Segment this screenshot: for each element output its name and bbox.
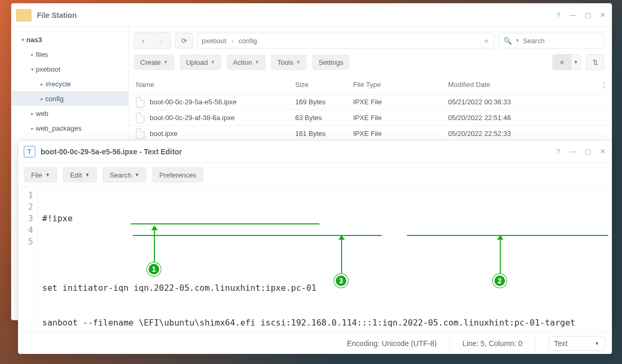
search-input[interactable] — [523, 37, 599, 45]
annotation-underline — [131, 223, 319, 224]
text-editor-titlebar: T boot-00-0c-29-5a-e5-56.ipxe - Text Edi… — [18, 141, 611, 163]
tree-root[interactable]: ▾ nas3 — [12, 32, 128, 47]
text-editor-icon: T — [24, 146, 35, 158]
file-station-titlebar: File Station ? — ▢ ✕ — [12, 4, 611, 27]
divider — [449, 337, 450, 350]
annotation-arrow — [500, 238, 501, 274]
status-encoding: Encoding: Unicode (UTF-8) — [347, 339, 436, 348]
tree-item-recycle[interactable]: ▸ #recycle — [12, 76, 128, 91]
tree-item-web[interactable]: ▸ web — [12, 106, 128, 121]
nav-forward-button[interactable]: › — [152, 33, 170, 48]
upload-button[interactable]: Upload▼ — [180, 54, 221, 70]
close-icon[interactable]: ✕ — [599, 147, 606, 155]
text-editor-title: boot-00-0c-29-5a-e5-56.ipxe - Text Edito… — [41, 147, 182, 156]
language-select[interactable]: Text ▼ — [548, 336, 605, 351]
column-header-size[interactable]: Size — [295, 81, 353, 88]
breadcrumb-part[interactable]: pxeboot — [202, 37, 226, 45]
column-header-type[interactable]: File Type — [353, 81, 448, 88]
tree-item-web-packages[interactable]: ▸ web_packages — [12, 121, 128, 135]
search-icon: 🔍 — [503, 37, 512, 45]
text-editor-menubar: File▼ Edit▼ Search▼ Preferences — [18, 163, 611, 188]
search-menu[interactable]: Search▼ — [102, 167, 147, 183]
minimize-icon[interactable]: — — [569, 147, 577, 155]
table-row[interactable]: boot-00-0c-29-af-38-6a.ipxe 63 Bytes IPX… — [129, 110, 611, 126]
arrow-head-icon — [151, 225, 158, 230]
create-button[interactable]: Create▼ — [134, 54, 174, 70]
tree-item-pxeboot[interactable]: ▾ pxeboot — [12, 62, 128, 76]
code-area[interactable]: #!ipxe set initiator-iqn iqn.2022-05.com… — [38, 188, 611, 332]
chevron-down-icon: ▼ — [210, 60, 215, 65]
chevron-down-icon: ▾ — [30, 66, 35, 72]
chevron-right-icon: ▸ — [30, 111, 35, 116]
annotation-arrow — [154, 229, 155, 262]
chevron-down-icon: ▼ — [45, 172, 50, 178]
chevron-right-icon: ▸ — [39, 81, 44, 87]
window-controls: ? — ▢ ✕ — [555, 147, 606, 155]
maximize-icon[interactable]: ▢ — [584, 147, 591, 155]
breadcrumb-part[interactable]: config — [239, 37, 257, 45]
file-icon — [136, 113, 144, 123]
edit-menu[interactable]: Edit▼ — [63, 167, 97, 183]
view-mode-toggle[interactable]: ≡ ▼ — [552, 54, 581, 70]
sort-button[interactable]: ⇅ — [586, 54, 604, 70]
close-icon[interactable]: ✕ — [599, 11, 606, 19]
folder-icon — [16, 9, 32, 22]
chevron-down-icon: ▼ — [255, 60, 259, 65]
chevron-right-icon: ▸ — [39, 96, 44, 102]
arrow-head-icon — [338, 235, 345, 240]
table-row[interactable]: boot.ipxe 161 Bytes IPXE File 05/20/2022… — [129, 126, 611, 142]
file-icon — [136, 97, 144, 107]
annotation-marker-2: 2 — [493, 274, 507, 288]
column-header-name[interactable]: Name — [129, 81, 295, 88]
nav-back-button[interactable]: ‹ — [134, 33, 152, 48]
tree-item-files[interactable]: ▸ files — [12, 47, 128, 62]
preferences-menu[interactable]: Preferences — [152, 167, 203, 183]
code-line: #!ipxe — [42, 213, 611, 224]
annotation-marker-3: 3 — [334, 274, 348, 288]
code-line: set initiator-iqn iqn.2022-05.com.linuxh… — [42, 282, 611, 294]
line-gutter: 12345 — [18, 188, 38, 332]
chevron-down-icon[interactable]: ▼ — [571, 55, 580, 70]
file-menu[interactable]: File▼ — [24, 167, 57, 183]
annotation-marker-1: 1 — [147, 262, 161, 276]
chevron-down-icon: ▼ — [163, 60, 168, 65]
chevron-right-icon: ▸ — [30, 52, 35, 57]
settings-button[interactable]: Settings — [312, 54, 349, 70]
refresh-button[interactable]: ⟳ — [175, 33, 193, 48]
arrow-head-icon — [497, 235, 503, 240]
minimize-icon[interactable]: — — [569, 11, 577, 19]
divider — [535, 337, 536, 350]
column-picker-icon[interactable]: ⋮ — [596, 81, 611, 88]
list-view-icon[interactable]: ≡ — [553, 55, 571, 70]
action-button[interactable]: Action▼ — [227, 54, 266, 70]
chevron-down-icon: ▼ — [595, 341, 599, 346]
window-controls: ? — ▢ ✕ — [555, 11, 606, 19]
maximize-icon[interactable]: ▢ — [584, 11, 591, 19]
chevron-right-icon: › — [231, 37, 234, 45]
annotation-arrow — [341, 238, 342, 274]
star-icon[interactable]: ★ — [483, 37, 490, 45]
tree-root-label: nas3 — [26, 36, 42, 44]
column-header-date[interactable]: Modified Date — [448, 81, 596, 88]
status-bar: Encoding: Unicode (UTF-8) Line: 5, Colum… — [18, 332, 611, 353]
status-position: Line: 5, Column: 0 — [462, 339, 522, 348]
chevron-down-icon: ▼ — [85, 172, 90, 178]
chevron-down-icon: ▾ — [20, 37, 25, 43]
breadcrumb[interactable]: pxeboot › config ★ — [197, 33, 494, 48]
chevron-down-icon: ▼ — [134, 172, 139, 178]
code-line — [42, 248, 611, 259]
code-editor[interactable]: 12345 #!ipxe set initiator-iqn iqn.2022-… — [18, 188, 611, 332]
code-line: sanboot --filename \EFI\ubuntu\shimx64.e… — [42, 317, 611, 329]
window-title: File Station — [37, 11, 76, 19]
search-box[interactable]: 🔍 ▼ — [499, 33, 604, 48]
chevron-down-icon[interactable]: ▼ — [515, 38, 520, 43]
table-row[interactable]: boot-00-0c-29-5a-e5-56.ipxe 169 Bytes IP… — [129, 94, 611, 110]
file-icon — [136, 129, 144, 139]
help-icon[interactable]: ? — [555, 147, 562, 155]
help-icon[interactable]: ? — [555, 11, 562, 19]
tools-button[interactable]: Tools▼ — [271, 54, 307, 70]
text-editor-window: T boot-00-0c-29-5a-e5-56.ipxe - Text Edi… — [18, 140, 612, 354]
chevron-right-icon: ▸ — [30, 125, 35, 131]
chevron-down-icon: ▼ — [296, 60, 301, 65]
tree-item-config[interactable]: ▸ config — [12, 91, 128, 106]
